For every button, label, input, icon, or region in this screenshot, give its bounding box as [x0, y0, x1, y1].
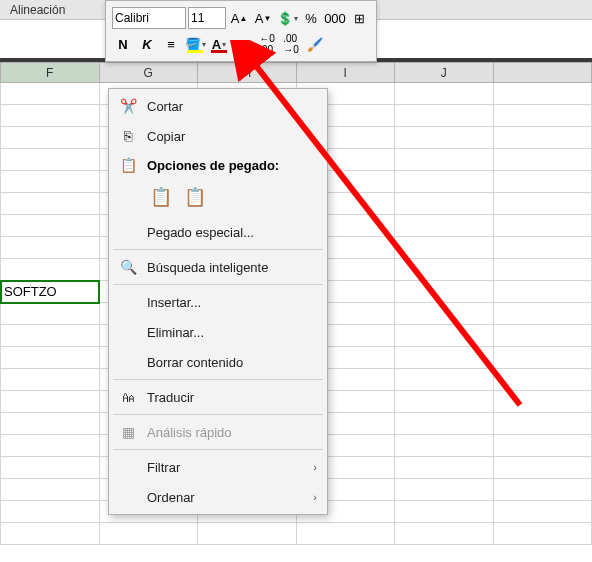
borders-button[interactable]: ▦▾	[232, 33, 254, 55]
menu-smart-lookup[interactable]: 🔍 Búsqueda inteligente	[109, 252, 327, 282]
paste-option-default[interactable]: 📋	[147, 183, 175, 211]
merge-center-button[interactable]: ⊞	[348, 7, 370, 29]
analysis-icon: ▦	[117, 422, 139, 442]
menu-paste-options-header: 📋 Opciones de pegado:	[109, 151, 327, 179]
font-name-input[interactable]	[112, 7, 186, 29]
format-painter-button[interactable]: 🖌️	[304, 33, 326, 55]
fill-color-button[interactable]: 🪣▾	[184, 33, 206, 55]
mini-toolbar: A▲ A▼ 💲▾ % 000 ⊞ N K ≡ 🪣▾ A▾ ▦▾ ←0.00 .0…	[105, 0, 377, 62]
menu-cut[interactable]: ✂️ Cortar	[109, 91, 327, 121]
menu-clear-contents[interactable]: Borrar contenido	[109, 347, 327, 377]
menu-paste-special[interactable]: Pegado especial...	[109, 217, 327, 247]
cell[interactable]	[1, 83, 100, 105]
column-header[interactable]: F	[1, 63, 100, 83]
menu-sort[interactable]: Ordenar ›	[109, 482, 327, 512]
bold-button[interactable]: N	[112, 33, 134, 55]
column-header[interactable]: J	[395, 63, 494, 83]
column-header[interactable]: I	[296, 63, 395, 83]
translate-icon: 🗛	[117, 387, 139, 407]
decrease-font-button[interactable]: A▼	[252, 7, 274, 29]
menu-translate[interactable]: 🗛 Traducir	[109, 382, 327, 412]
percent-format-button[interactable]: %	[300, 7, 322, 29]
chevron-right-icon: ›	[313, 491, 317, 503]
increase-font-button[interactable]: A▲	[228, 7, 250, 29]
align-button[interactable]: ≡	[160, 33, 182, 55]
column-header[interactable]: H	[198, 63, 297, 83]
selected-cell[interactable]: SOFTZO	[1, 281, 100, 303]
paste-option-values[interactable]: 📋	[181, 183, 209, 211]
search-icon: 🔍	[117, 257, 139, 277]
increase-decimal-button[interactable]: ←0.00	[256, 33, 278, 55]
comma-format-button[interactable]: 000	[324, 7, 346, 29]
column-header[interactable]: G	[99, 63, 198, 83]
column-header[interactable]	[493, 63, 592, 83]
menu-quick-analysis: ▦ Análisis rápido	[109, 417, 327, 447]
decrease-decimal-button[interactable]: .00→0	[280, 33, 302, 55]
font-color-button[interactable]: A▾	[208, 33, 230, 55]
scissors-icon: ✂️	[117, 96, 139, 116]
chevron-right-icon: ›	[313, 461, 317, 473]
context-menu: ✂️ Cortar ⎘ Copiar 📋 Opciones de pegado:…	[108, 88, 328, 515]
menu-filter[interactable]: Filtrar ›	[109, 452, 327, 482]
menu-copy[interactable]: ⎘ Copiar	[109, 121, 327, 151]
font-size-input[interactable]	[188, 7, 226, 29]
clipboard-icon: 📋	[117, 155, 139, 175]
italic-button[interactable]: K	[136, 33, 158, 55]
accounting-format-button[interactable]: 💲▾	[276, 7, 298, 29]
menu-insert[interactable]: Insertar...	[109, 287, 327, 317]
copy-icon: ⎘	[117, 126, 139, 146]
menu-delete[interactable]: Eliminar...	[109, 317, 327, 347]
